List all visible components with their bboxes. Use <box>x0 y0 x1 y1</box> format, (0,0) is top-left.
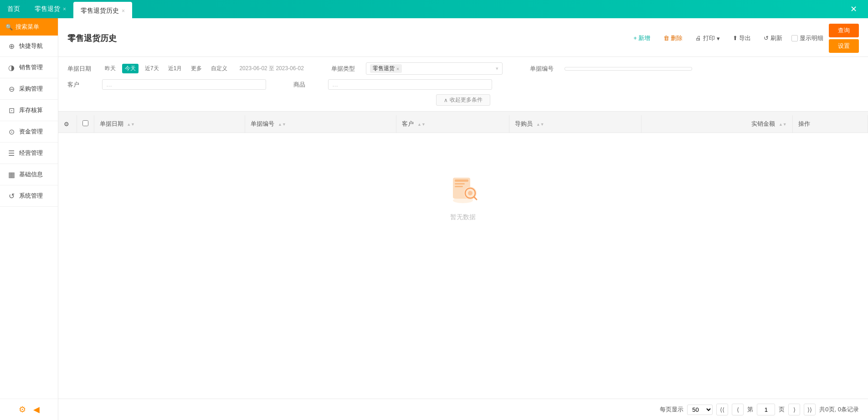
settings-gear-icon[interactable]: ⚙ <box>19 405 26 415</box>
sidebar-item-basic-info-label: 基础信息 <box>19 170 43 179</box>
inventory-icon: ⊡ <box>7 106 15 114</box>
filter-area: 单据日期 昨天 今天 近7天 近1月 更多 自定义 2023-06-02 至 2… <box>58 57 868 112</box>
th-date-label: 单据日期 <box>100 120 123 127</box>
table-container: ⚙ 单据日期 ▲▼ 单据编号 ▲▼ <box>58 115 868 399</box>
date-btn-more[interactable]: 更多 <box>188 64 205 73</box>
collapse-icon: ∧ <box>444 97 448 103</box>
tab-retail-return-history-label: 零售退货历史 <box>81 7 119 15</box>
sidebar-item-inventory-label: 库存核算 <box>19 106 43 114</box>
settings-button[interactable]: 设置 <box>829 39 859 53</box>
content-area: 零售退货历史 + 新增 🗑 删除 🖨 打印 ▾ ⬆ 导出 ↺ 刷新 <box>58 18 868 420</box>
goods-filter-label: 商品 <box>293 81 319 89</box>
tab-home-label: 首页 <box>7 5 20 13</box>
page-number-input[interactable] <box>757 404 775 415</box>
filter-row-date: 单据日期 昨天 今天 近7天 近1月 更多 自定义 2023-06-02 至 2… <box>67 62 859 75</box>
system-icon: ↺ <box>7 192 15 200</box>
th-amount[interactable]: 实销金额 ▲▼ <box>641 115 792 133</box>
sidebar-item-finance[interactable]: ⊙ 资金管理 <box>0 121 58 143</box>
top-bar: 首页 零售退货 × 零售退货历史 × ✕ <box>0 0 868 18</box>
tab-retail-return[interactable]: 零售退货 × <box>27 0 73 18</box>
query-button-label: 查询 <box>838 27 850 34</box>
goods-filter-input[interactable]: … <box>328 79 492 90</box>
first-page-button[interactable]: ⟨⟨ <box>716 404 728 415</box>
sidebar-item-quick-nav[interactable]: ⊕ 快捷导航 <box>0 36 58 57</box>
search-menu-button[interactable]: 🔍 搜索菜单 <box>0 18 58 36</box>
search-menu-label: 搜索菜单 <box>15 23 39 31</box>
date-btn-today[interactable]: 今天 <box>122 64 139 73</box>
date-btn-1month[interactable]: 近1月 <box>165 64 185 73</box>
sidebar-item-purchase[interactable]: ⊖ 采购管理 <box>0 78 58 100</box>
sidebar-item-finance-label: 资金管理 <box>19 128 43 136</box>
sidebar-item-sales[interactable]: ◑ 销售管理 <box>0 57 58 78</box>
customer-filter-input[interactable]: … <box>102 79 266 90</box>
sidebar-item-sales-label: 销售管理 <box>19 63 43 72</box>
total-text: 共0页, 0条记录 <box>819 405 859 414</box>
delete-button[interactable]: 🗑 删除 <box>660 32 687 44</box>
th-amount-label: 实销金额 <box>751 120 775 127</box>
th-guide[interactable]: 导购员 ▲▼ <box>509 115 642 133</box>
sidebar-item-operations[interactable]: ☰ 经营管理 <box>0 143 58 164</box>
th-number-label: 单据编号 <box>251 120 274 127</box>
tab-home[interactable]: 首页 <box>0 0 27 18</box>
last-page-button[interactable]: ⟩⟩ <box>804 404 816 415</box>
page-label: 第 <box>747 405 753 414</box>
sidebar-item-basic-info[interactable]: ▦ 基础信息 <box>0 164 58 185</box>
svg-rect-2 <box>455 179 468 182</box>
window-close-button[interactable]: ✕ <box>847 2 861 16</box>
th-checkbox[interactable] <box>77 115 94 133</box>
customer-filter-label: 客户 <box>67 81 93 89</box>
table-settings-icon[interactable]: ⚙ <box>64 121 69 128</box>
tab-retail-return-history-close[interactable]: × <box>122 8 125 14</box>
date-btn-custom[interactable]: 自定义 <box>208 64 230 73</box>
type-filter-select[interactable]: 零售退货 × ▾ <box>366 62 503 75</box>
refresh-button[interactable]: ↺ 刷新 <box>760 32 786 44</box>
prev-page-button[interactable]: ⟨ <box>732 404 744 415</box>
customer-placeholder: … <box>106 81 112 88</box>
new-button-label: + 新增 <box>633 34 650 42</box>
refresh-button-label: ↺ 刷新 <box>764 34 782 42</box>
svg-line-7 <box>474 197 477 200</box>
action-buttons: 查询 设置 <box>829 24 859 53</box>
page-size-select[interactable]: 10 20 50 100 <box>687 405 713 415</box>
number-filter-label: 单据编号 <box>530 65 555 73</box>
toolbar-actions: + 新增 🗑 删除 🖨 打印 ▾ ⬆ 导出 ↺ 刷新 显示明细 <box>630 24 859 53</box>
th-settings[interactable]: ⚙ <box>58 115 77 133</box>
customer-sort-icon: ▲▼ <box>417 122 426 127</box>
tab-retail-return-close[interactable]: × <box>63 6 66 12</box>
print-button[interactable]: 🖨 打印 ▾ <box>692 32 724 44</box>
settings-button-label: 设置 <box>838 42 850 49</box>
type-filter-label: 单据类型 <box>331 65 357 73</box>
tab-retail-return-history[interactable]: 零售退货历史 × <box>73 2 132 20</box>
collapse-sidebar-icon[interactable]: ◀ <box>33 405 40 415</box>
type-tag-text: 零售退货 <box>373 65 395 72</box>
table-empty-row: 暂无数据 <box>58 133 868 240</box>
goods-placeholder: … <box>332 81 338 88</box>
new-button[interactable]: + 新增 <box>630 32 654 44</box>
select-all-checkbox[interactable] <box>82 120 88 126</box>
tab-retail-return-label: 零售退货 <box>35 5 60 13</box>
date-btn-yesterday[interactable]: 昨天 <box>102 64 118 73</box>
export-button[interactable]: ⬆ 导出 <box>729 32 755 44</box>
data-table: ⚙ 单据日期 ▲▼ 单据编号 ▲▼ <box>58 115 868 240</box>
sidebar-item-system[interactable]: ↺ 系统管理 <box>0 185 58 207</box>
date-btn-7days[interactable]: 近7天 <box>142 64 162 73</box>
pagination-bar: 每页显示 10 20 50 100 ⟨⟨ ⟨ 第 页 ⟩ ⟩⟩ 共0页, 0条记… <box>58 399 868 420</box>
sidebar-item-inventory[interactable]: ⊡ 库存核算 <box>0 100 58 121</box>
empty-state-text: 暂无数据 <box>450 213 476 221</box>
th-number[interactable]: 单据编号 ▲▼ <box>245 115 396 133</box>
date-filter-label: 单据日期 <box>67 65 93 73</box>
th-date[interactable]: 单据日期 ▲▼ <box>94 115 245 133</box>
number-filter-input[interactable] <box>565 67 692 71</box>
sidebar-item-purchase-label: 采购管理 <box>19 85 43 93</box>
collapse-button[interactable]: ∧ 收起更多条件 <box>436 94 490 106</box>
export-button-label: ⬆ 导出 <box>733 34 751 42</box>
type-tag-close-icon[interactable]: × <box>396 66 399 72</box>
query-button[interactable]: 查询 <box>829 24 859 37</box>
svg-point-8 <box>468 191 473 195</box>
empty-state: 暂无数据 <box>58 133 868 240</box>
page-size-label: 每页显示 <box>660 405 683 414</box>
empty-state-icon <box>445 169 481 206</box>
show-detail-checkbox[interactable] <box>791 35 798 41</box>
next-page-button[interactable]: ⟩ <box>788 404 800 415</box>
th-customer[interactable]: 客户 ▲▼ <box>396 115 509 133</box>
